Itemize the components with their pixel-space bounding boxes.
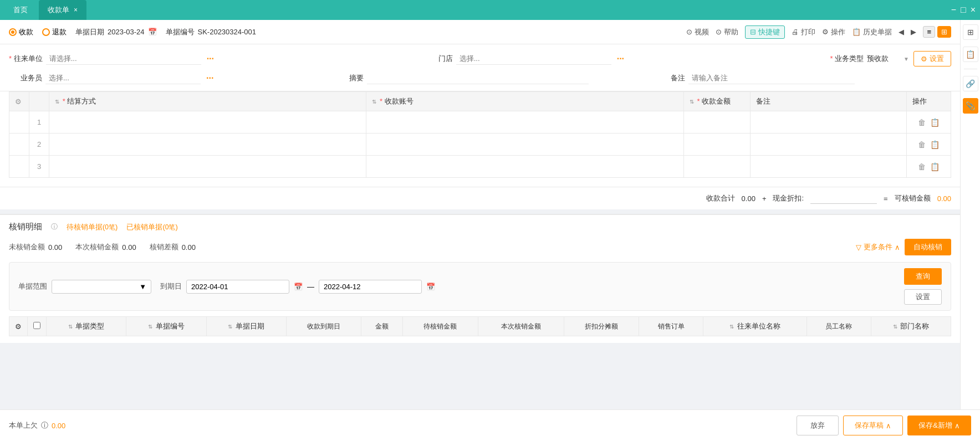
filter-settings-btn[interactable]: 设置 bbox=[904, 289, 942, 305]
settlement-cell-1[interactable] bbox=[49, 111, 366, 134]
copy-icon-3[interactable]: 📋 bbox=[930, 162, 940, 171]
store-input[interactable] bbox=[456, 53, 611, 65]
calendar-icon[interactable]: 📅 bbox=[148, 28, 157, 36]
biz-type-group: 业务类型 预收款 ▼ bbox=[830, 54, 909, 64]
abandon-btn[interactable]: 放弃 bbox=[797, 416, 839, 435]
history-btn[interactable]: 📋 历史单据 bbox=[852, 27, 892, 37]
settlement-cell-2[interactable] bbox=[49, 134, 366, 156]
store-more-icon[interactable]: ··· bbox=[617, 54, 624, 64]
toolbar-actions: ⊙ 视频 ⊙ 帮助 ⊟ 快捷键 🖨 打印 ⚙ 操作 📋 历史单据 bbox=[686, 25, 951, 39]
biz-type-value: 预收款 bbox=[867, 54, 900, 64]
next-icon[interactable]: ▶ bbox=[911, 28, 916, 36]
summary-input[interactable] bbox=[367, 72, 589, 84]
col-type: ⇅ 单据类型 bbox=[47, 317, 126, 336]
bottom-table-gear[interactable]: ⚙ bbox=[15, 322, 22, 331]
draft-chevron-icon[interactable]: ∧ bbox=[886, 422, 891, 430]
table-gear-icon[interactable]: ⚙ bbox=[15, 98, 22, 106]
settings-button[interactable]: ⚙ 设置 bbox=[913, 51, 951, 66]
copy-icon-1[interactable]: 📋 bbox=[930, 118, 940, 127]
sidebar-attach-icon[interactable]: 📎 bbox=[963, 98, 978, 114]
account-cell-2[interactable] bbox=[366, 134, 683, 156]
close-icon[interactable]: × bbox=[971, 5, 976, 15]
done-tab[interactable]: 已核销单据(0笔) bbox=[126, 222, 177, 232]
salesman-input[interactable] bbox=[45, 72, 201, 84]
operation-btn[interactable]: ⚙ 操作 bbox=[822, 27, 845, 37]
counterpart-more-icon[interactable]: ··· bbox=[207, 54, 214, 64]
sidebar-link-icon[interactable]: 🔗 bbox=[963, 76, 978, 91]
form-section: 往来单位 ··· 门店 ··· 业务类型 预收款 ▼ ⚙ 设置 bbox=[0, 44, 960, 91]
col-account: ⇅ * 收款账号 bbox=[366, 92, 683, 111]
print-btn[interactable]: 🖨 打印 bbox=[792, 27, 815, 37]
draft-btn[interactable]: 保存草稿 ∧ bbox=[843, 416, 903, 435]
counterpart-label: 往来单位 bbox=[9, 54, 43, 64]
account-cell-1[interactable] bbox=[366, 111, 683, 134]
remark-cell-3[interactable] bbox=[750, 156, 906, 178]
footer-info: 本单上欠 ⓘ 0.00 bbox=[9, 421, 65, 430]
amount-cell-3[interactable] bbox=[683, 156, 750, 178]
save-btn[interactable]: 保存&新增 ∧ bbox=[907, 416, 971, 435]
discount-input[interactable] bbox=[810, 193, 877, 204]
tab-close-icon[interactable]: × bbox=[74, 6, 78, 14]
pending-tab[interactable]: 待核销单据(0笔) bbox=[67, 222, 118, 232]
col-amount: ⇅ * 收款金额 bbox=[683, 92, 750, 111]
receipt-radio[interactable]: 收款 bbox=[9, 27, 33, 37]
row-num-header bbox=[29, 92, 49, 111]
range-dropdown-icon: ▼ bbox=[139, 283, 146, 291]
tab-home[interactable]: 首页 bbox=[4, 0, 37, 20]
bottom-table: ⚙ ⇅ 单据类型 ⇅ 单据编号 ⇅ 单据日期 bbox=[9, 316, 951, 336]
query-btn[interactable]: 查询 bbox=[904, 268, 942, 285]
salesman-more-icon[interactable]: ··· bbox=[206, 73, 213, 83]
refund-radio-dot bbox=[42, 28, 50, 36]
verify-tabs: 待核销单据(0笔) 已核销单据(0笔) bbox=[67, 222, 178, 232]
minimize-icon[interactable]: − bbox=[951, 5, 956, 15]
window-controls: − □ × bbox=[951, 5, 976, 15]
refund-radio[interactable]: 退款 bbox=[42, 27, 67, 37]
date-to-input[interactable] bbox=[319, 280, 422, 294]
calendar-from-icon[interactable]: 📅 bbox=[294, 283, 303, 291]
amount-cell-1[interactable] bbox=[683, 111, 750, 134]
remark-cell-1[interactable] bbox=[750, 111, 906, 134]
help-btn[interactable]: ⊙ 帮助 bbox=[716, 27, 738, 37]
settlement-cell-3[interactable] bbox=[49, 156, 366, 178]
auto-verify-btn[interactable]: 自动核销 bbox=[905, 239, 951, 255]
biz-type-dropdown-icon[interactable]: ▼ bbox=[904, 56, 909, 62]
calendar-to-icon[interactable]: 📅 bbox=[426, 283, 435, 291]
col-current-amt: 本次核销金额 bbox=[478, 317, 564, 336]
tab-current[interactable]: 收款单 × bbox=[39, 0, 86, 20]
verify-info-icon[interactable]: ⓘ bbox=[51, 222, 58, 232]
date-from-input[interactable] bbox=[186, 280, 289, 294]
current-stat: 本次核销金额 0.00 bbox=[75, 242, 136, 252]
form-row-1: 往来单位 ··· 门店 ··· 业务类型 预收款 ▼ ⚙ 设置 bbox=[9, 51, 951, 66]
print-icon: 🖨 bbox=[792, 28, 799, 36]
number-field: 单据编号 SK-20230324-001 bbox=[166, 27, 257, 37]
video-btn[interactable]: ⊙ 视频 bbox=[686, 27, 709, 37]
shortcut-btn[interactable]: ⊟ 快捷键 bbox=[745, 25, 785, 39]
remark-input[interactable] bbox=[688, 72, 855, 84]
delete-icon-3[interactable]: 🗑 bbox=[918, 162, 926, 171]
account-cell-3[interactable] bbox=[366, 156, 683, 178]
prev-icon[interactable]: ◀ bbox=[899, 28, 904, 36]
counterpart-input[interactable] bbox=[46, 53, 201, 65]
list-view-btn[interactable]: ≡ bbox=[923, 26, 935, 38]
col-pending-amt: 待核销金额 bbox=[403, 317, 478, 336]
grid-view-btn[interactable]: ⊞ bbox=[937, 26, 951, 38]
verify-actions: ▽ 更多条件 ∧ 自动核销 bbox=[856, 239, 951, 255]
summary-group: 摘要 bbox=[330, 72, 630, 84]
help-icon: ⊙ bbox=[716, 28, 722, 36]
save-chevron-icon[interactable]: ∧ bbox=[955, 422, 960, 430]
remark-cell-2[interactable] bbox=[750, 134, 906, 156]
maximize-icon[interactable]: □ bbox=[961, 5, 966, 15]
select-all-checkbox[interactable] bbox=[33, 322, 40, 329]
remark-group: 备注 bbox=[652, 72, 951, 84]
sidebar-table-icon[interactable]: ⊞ bbox=[963, 24, 978, 40]
info-icon: ⓘ bbox=[41, 421, 48, 430]
amount-cell-2[interactable] bbox=[683, 134, 750, 156]
more-conditions-btn[interactable]: ▽ 更多条件 ∧ bbox=[856, 242, 900, 252]
copy-icon-2[interactable]: 📋 bbox=[930, 140, 940, 149]
sidebar-clipboard-icon[interactable]: 📋 bbox=[963, 47, 978, 62]
delete-icon-2[interactable]: 🗑 bbox=[918, 140, 926, 149]
range-select[interactable]: ▼ bbox=[52, 280, 151, 294]
biz-type-label: 业务类型 bbox=[830, 54, 864, 64]
delete-icon-1[interactable]: 🗑 bbox=[918, 118, 926, 127]
discount-label: 现金折扣: bbox=[773, 193, 804, 203]
